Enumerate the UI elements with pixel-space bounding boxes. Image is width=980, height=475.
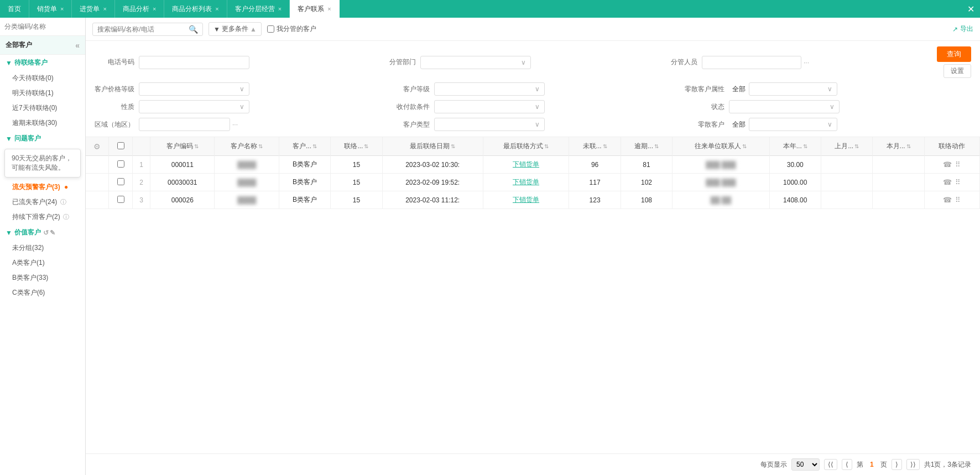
status-select[interactable]: ∨ <box>729 100 840 113</box>
col-last-method[interactable]: 最后联络方式⇅ <box>483 137 569 156</box>
payment-select[interactable]: ∨ <box>434 100 545 113</box>
col-this-year[interactable]: 本年...⇅ <box>769 137 821 156</box>
pagination-bar: 每页显示 50 100 ⟨⟨ ⟨ 第 1 页 ⟩ ⟩⟩ 共1页，3条记录 <box>86 453 980 475</box>
refresh-icon[interactable]: ↺ <box>43 229 49 237</box>
col-unit-contact[interactable]: 往来单位联系人⇅ <box>673 137 769 156</box>
sidebar-item-churn-warning[interactable]: 流失预警客户(3) ● <box>0 180 85 195</box>
more-conditions-btn[interactable]: ▼ 更多条件 ▲ <box>208 22 262 36</box>
col-this-month[interactable]: 本月...⇅ <box>873 137 924 156</box>
page-prev-btn[interactable]: ⟨ <box>842 459 852 470</box>
price-level-select[interactable]: ∨ <box>139 82 249 96</box>
col-contact[interactable]: 联络...⇅ <box>331 137 382 156</box>
sidebar-item-b-class[interactable]: B类客户(33) <box>0 270 85 285</box>
sidebar-item-ungrouped[interactable]: 未分组(32) <box>0 241 85 255</box>
page-next-btn[interactable]: ⟩ <box>892 459 902 470</box>
search-input[interactable] <box>97 25 189 33</box>
action-more-icon[interactable]: ⠿ <box>955 160 961 169</box>
cust-level-arrow: ∨ <box>535 85 540 93</box>
settings-gear-icon[interactable]: ⚙ <box>93 142 101 151</box>
export-btn[interactable]: ↗ 导出 <box>952 24 973 34</box>
sidebar-group-value[interactable]: ▼ 价值客户 ↺ ✎ <box>0 225 85 241</box>
value-triangle-icon: ▼ <box>6 229 12 237</box>
retail-select[interactable]: ∨ <box>749 118 837 131</box>
row-last-method[interactable]: 下销货单 <box>483 156 569 174</box>
action-phone-icon[interactable]: ☎ <box>943 178 952 186</box>
page-first-btn[interactable]: ⟨⟨ <box>824 459 837 470</box>
sidebar-item-declining[interactable]: 持续下滑客户(2) ⓘ <box>0 210 85 225</box>
row-this-year: 1000.00 <box>769 174 821 191</box>
manager-dots-btn[interactable]: ··· <box>801 59 811 66</box>
filter-field-cust-level: 客户等级 ∨ <box>390 82 676 96</box>
action-more-icon[interactable]: ⠿ <box>955 196 961 204</box>
sidebar-group-problem[interactable]: ▼ 问题客户 <box>0 131 85 147</box>
sidebar-group-pending[interactable]: ▼ 待联络客户 <box>0 55 85 71</box>
sidebar-item-churned[interactable]: 已流失客户(24) ⓘ <box>0 195 85 210</box>
my-customers-checkbox-label[interactable]: 我分管的客户 <box>267 24 316 34</box>
filter-row-2: 客户价格等级 ∨ 客户等级 ∨ 零散客户属性 <box>95 82 971 96</box>
row-last-method[interactable]: 下销货单 <box>483 174 569 191</box>
action-more-icon[interactable]: ⠿ <box>955 178 961 186</box>
tab-purchase-close[interactable]: × <box>103 6 106 12</box>
tab-product-list-close[interactable]: × <box>215 6 218 12</box>
tab-sales[interactable]: 销货单 × <box>29 0 72 18</box>
sidebar-all-customers[interactable]: 全部客户 « <box>0 36 85 55</box>
cust-level-select[interactable]: ∨ <box>434 82 545 96</box>
retail-arrow: ∨ <box>827 121 832 128</box>
sidebar-item-7days[interactable]: 近7天待联络(0) <box>0 101 85 116</box>
sidebar-item-c-class[interactable]: C类客户(6) <box>0 285 85 300</box>
row-last-date: 2023-02-09 19:52: <box>382 174 483 191</box>
col-overdue[interactable]: 逾期...⇅ <box>621 137 672 156</box>
tab-customer-contact[interactable]: 客户联系 × <box>290 0 339 18</box>
tab-purchase[interactable]: 进货单 × <box>72 0 114 18</box>
tab-customer-contact-close[interactable]: × <box>327 6 331 12</box>
nature-select[interactable]: ∨ <box>139 100 249 113</box>
dept-select[interactable]: ∨ <box>420 56 531 69</box>
row-select-checkbox[interactable] <box>117 178 124 185</box>
action-phone-icon[interactable]: ☎ <box>943 160 952 169</box>
tab-product-analysis[interactable]: 商品分析 × <box>115 0 164 18</box>
col-code[interactable]: 客户编码⇅ <box>150 137 215 156</box>
select-all-checkbox[interactable] <box>117 142 124 149</box>
row-last-method[interactable]: 下销货单 <box>483 191 569 209</box>
row-select-checkbox[interactable] <box>117 160 124 168</box>
edit-icon[interactable]: ✎ <box>50 229 55 237</box>
phone-label: 电话号码 <box>95 58 139 67</box>
sidebar-item-overdue[interactable]: 逾期未联络(30) <box>0 116 85 131</box>
row-overdue: 81 <box>621 156 672 174</box>
retail-attr-select[interactable]: ∨ <box>749 82 837 96</box>
tab-customer-tier[interactable]: 客户分层经营 × <box>227 0 290 18</box>
col-last-month[interactable]: 上月...⇅ <box>821 137 872 156</box>
region-dots-btn[interactable]: ··· <box>230 121 240 128</box>
sidebar-search-input[interactable] <box>4 23 86 30</box>
tab-sales-close[interactable]: × <box>60 6 64 12</box>
per-page-select[interactable]: 50 100 <box>791 458 820 471</box>
code-sort-icon: ⇅ <box>194 143 199 149</box>
tab-customer-tier-close[interactable]: × <box>278 6 282 12</box>
query-button[interactable]: 查询 <box>937 46 971 62</box>
page-last-btn[interactable]: ⟩⟩ <box>906 459 920 470</box>
tab-close-all[interactable]: ✕ <box>967 4 980 14</box>
sidebar-item-tomorrow[interactable]: 明天待联络(1) <box>0 86 85 101</box>
col-uncontacted[interactable]: 未联...⇅ <box>569 137 621 156</box>
col-last-date[interactable]: 最后联络日期⇅ <box>382 137 483 156</box>
my-customers-checkbox[interactable] <box>267 25 274 33</box>
col-settings[interactable]: ⚙ <box>86 137 109 156</box>
action-phone-icon[interactable]: ☎ <box>943 196 952 204</box>
sidebar-fold-icon[interactable]: « <box>75 41 80 50</box>
tab-home[interactable]: 首页 <box>0 0 29 18</box>
sidebar-item-today[interactable]: 今天待联络(0) <box>0 71 85 86</box>
tab-product-list[interactable]: 商品分析列表 × <box>164 0 227 18</box>
search-icon[interactable]: 🔍 <box>189 25 198 34</box>
settings-button[interactable]: 设置 <box>943 64 971 78</box>
cust-type-select[interactable]: ∨ <box>434 118 545 131</box>
region-input[interactable] <box>139 118 230 131</box>
retail-attr-arrow: ∨ <box>827 85 832 93</box>
phone-input[interactable] <box>139 56 249 69</box>
tab-product-analysis-close[interactable]: × <box>153 6 156 12</box>
manager-input[interactable] <box>702 56 801 69</box>
col-type[interactable]: 客户...⇅ <box>279 137 330 156</box>
nature-arrow: ∨ <box>239 103 244 111</box>
sidebar-item-a-class[interactable]: A类客户(1) <box>0 255 85 270</box>
row-select-checkbox[interactable] <box>117 196 124 203</box>
col-name[interactable]: 客户名称⇅ <box>215 137 279 156</box>
